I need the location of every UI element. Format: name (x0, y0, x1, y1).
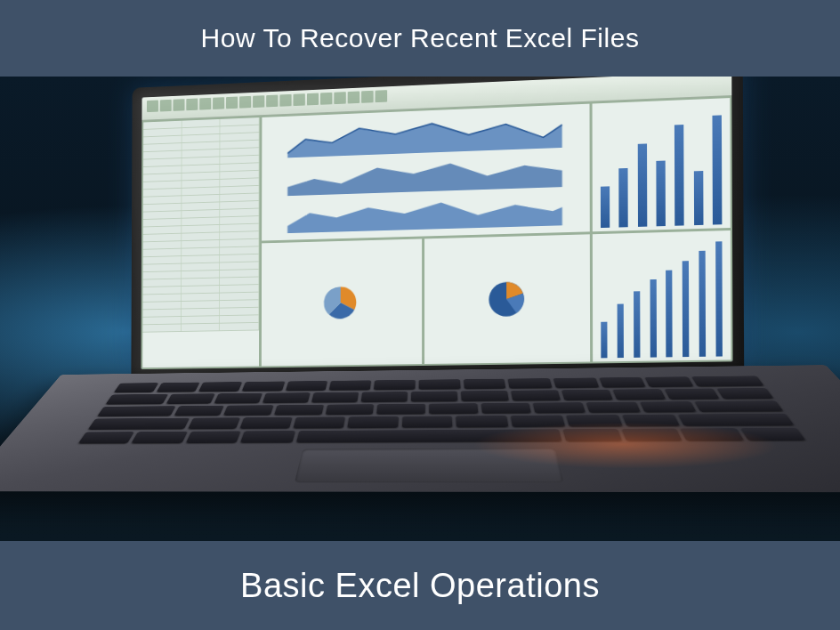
pie-chart-panel-2 (424, 234, 591, 364)
hero-laptop-image (0, 77, 840, 541)
laptop-illustration (54, 77, 835, 541)
header-bar: How To Recover Recent Excel Files (0, 0, 840, 77)
excel-screen (141, 77, 732, 369)
excel-dashboard-grid (141, 96, 732, 369)
pie-chart-panel-1 (262, 238, 422, 366)
pie-chart-icon (319, 280, 363, 326)
laptop-screen (131, 77, 744, 380)
footer-title: Basic Excel Operations (240, 567, 600, 605)
laptop-keyboard (0, 365, 840, 492)
pie-chart-icon (483, 276, 529, 322)
bar-chart-panel-top (593, 98, 731, 231)
area-chart-panel (262, 104, 590, 240)
area-chart-icon (267, 189, 585, 234)
spreadsheet-panel-left (142, 117, 259, 368)
laptop-trackpad (295, 448, 564, 483)
bar-chart-panel-bottom (593, 230, 731, 361)
footer-bar: Basic Excel Operations (0, 541, 840, 630)
header-title: How To Recover Recent Excel Files (201, 23, 640, 53)
